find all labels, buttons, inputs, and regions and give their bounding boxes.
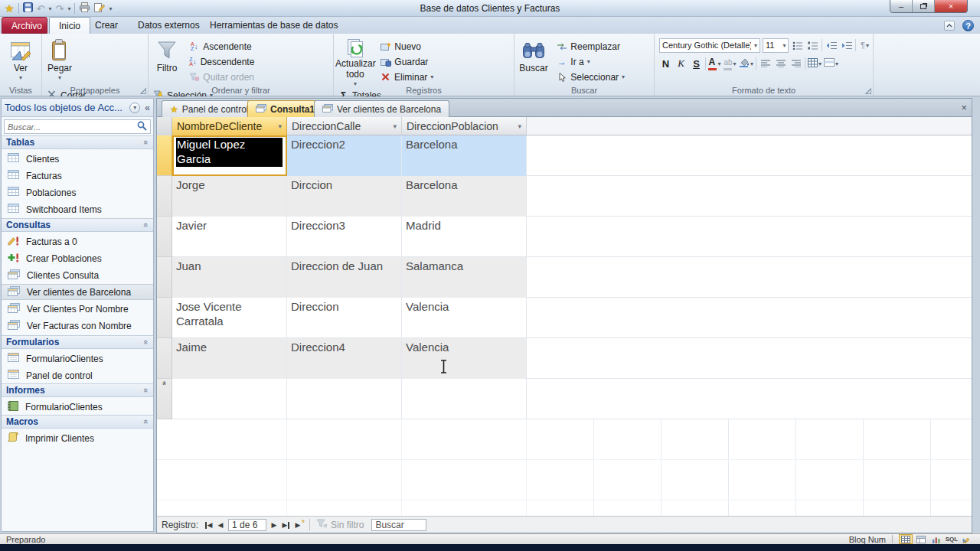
- cell[interactable]: Direccion3: [287, 217, 402, 257]
- sql-view-button[interactable]: SQL: [945, 534, 959, 544]
- font-size-combo[interactable]: 11 ▾: [763, 38, 789, 53]
- doc-tab-consulta1[interactable]: Consulta1: [247, 100, 323, 117]
- cell[interactable]: Barcelona: [402, 176, 527, 217]
- tab-inicio[interactable]: Inicio: [49, 17, 90, 34]
- cell[interactable]: Jaime: [172, 338, 287, 379]
- cell[interactable]: Miguel Lopez Garcia: [172, 135, 287, 176]
- eliminar-button[interactable]: Eliminar ▾: [377, 70, 436, 84]
- row-selector[interactable]: [157, 217, 172, 257]
- nav-item-crear-poblaciones[interactable]: Crear Poblaciones: [2, 250, 153, 266]
- quitar-orden-button[interactable]: Quitar orden: [186, 70, 256, 84]
- doc-tab-ver-clientes-barcelona[interactable]: Ver clientes de Barcelona: [314, 100, 449, 117]
- cell[interactable]: Salamanca: [402, 257, 527, 298]
- help-icon[interactable]: ?: [962, 20, 974, 31]
- pegar-button[interactable]: Pegar ▾: [44, 36, 76, 85]
- column-header-direccionpoblacion[interactable]: DireccionPoblacion ▾: [402, 117, 527, 135]
- column-dropdown-icon[interactable]: ▾: [278, 122, 282, 130]
- close-document-icon[interactable]: ×: [961, 102, 967, 113]
- datasheet-view-button[interactable]: [899, 534, 913, 544]
- paragraph-marks-button[interactable]: ¶ ▾: [858, 38, 871, 52]
- record-search-input[interactable]: Buscar: [371, 519, 426, 531]
- record-position-box[interactable]: 1 de 6: [228, 519, 266, 531]
- nav-item-formulario-clientes[interactable]: FormularioClientes: [2, 350, 153, 367]
- portapapeles-dialog-launcher[interactable]: [140, 88, 146, 94]
- minimize-button[interactable]: –: [890, 0, 913, 12]
- descendente-button[interactable]: ZA↓ Descendente: [186, 54, 256, 69]
- row-selector[interactable]: [157, 338, 172, 379]
- actualizar-todo-button[interactable]: Actualizar todo ▾: [335, 36, 375, 85]
- nav-item-ver-clientes-por-nombre[interactable]: Ver Clientes Por Nombre: [2, 301, 153, 317]
- last-record-button[interactable]: ▶: [279, 519, 290, 531]
- align-right-button[interactable]: [789, 57, 802, 70]
- formato-dialog-launcher[interactable]: [865, 88, 871, 94]
- restore-button[interactable]: [913, 0, 935, 12]
- section-informes[interactable]: Informes «: [2, 383, 153, 397]
- row-selector[interactable]: [157, 257, 172, 298]
- nav-item-facturas-a-0[interactable]: Facturas a 0: [2, 233, 153, 249]
- nav-item-ver-facturas-con-nombre[interactable]: Ver Facturas con Nombre: [2, 318, 153, 334]
- nav-item-imprimir-clientes[interactable]: Imprimir Clientes: [2, 430, 153, 446]
- cell[interactable]: Madrid: [402, 217, 527, 257]
- highlight-button[interactable]: ab ▾: [724, 57, 737, 70]
- column-header-nombredecliente[interactable]: NombreDeCliente ▾: [172, 117, 287, 135]
- section-formularios[interactable]: Formularios «: [2, 335, 153, 349]
- row-selector[interactable]: [157, 176, 172, 217]
- fill-color-button[interactable]: ▾: [739, 57, 753, 70]
- cell[interactable]: Jorge: [172, 176, 287, 217]
- doc-tab-panel-de-control[interactable]: ★ Panel de control: [162, 100, 257, 117]
- section-macros[interactable]: Macros «: [2, 415, 153, 429]
- cell[interactable]: Dirccion: [287, 176, 402, 217]
- align-left-button[interactable]: [759, 57, 772, 70]
- ir-a-button[interactable]: → Ir a ▾: [554, 54, 638, 69]
- cell[interactable]: Direccion de Juan: [287, 257, 402, 298]
- close-button[interactable]: ×: [935, 0, 967, 12]
- underline-button[interactable]: S: [690, 57, 703, 70]
- font-color-button[interactable]: A ▾: [708, 57, 721, 70]
- nav-item-poblaciones[interactable]: Poblaciones: [2, 184, 153, 201]
- first-record-button[interactable]: ◀: [204, 519, 215, 531]
- guardar-button[interactable]: Guardar: [377, 54, 436, 69]
- tab-datos-externos[interactable]: Datos externos: [129, 17, 209, 34]
- cell[interactable]: Direccion4: [287, 338, 402, 379]
- nav-item-facturas[interactable]: Facturas: [2, 168, 153, 184]
- nav-pane-header[interactable]: Todos los objetos de Acc... ▾ «: [2, 99, 153, 117]
- search-icon[interactable]: [137, 121, 147, 133]
- font-name-combo[interactable]: Century Gothic (Detalle) ▾: [659, 38, 760, 53]
- nav-item-switchboard[interactable]: Switchboard Items: [2, 201, 153, 217]
- tab-archivo[interactable]: Archivo: [2, 17, 47, 34]
- gridlines-button[interactable]: ▾: [808, 57, 822, 70]
- ver-button[interactable]: Ver ▾: [2, 36, 40, 85]
- filter-status-icon[interactable]: [316, 519, 328, 530]
- ascendente-button[interactable]: AZ↓ Ascendente: [186, 39, 256, 54]
- seleccionar-button[interactable]: Seleccionar ▾: [554, 70, 638, 84]
- align-center-button[interactable]: [774, 57, 787, 70]
- column-dropdown-icon[interactable]: ▾: [518, 122, 521, 130]
- row-selector[interactable]: [157, 298, 172, 338]
- new-record-selector[interactable]: *: [157, 379, 172, 419]
- column-header-direccioncalle[interactable]: DireccionCalle ▾: [287, 117, 402, 135]
- decrease-indent-button[interactable]: [825, 38, 838, 52]
- pivottable-view-button[interactable]: [914, 534, 928, 544]
- cell[interactable]: [172, 379, 287, 419]
- nav-item-panel-de-control[interactable]: Panel de control: [2, 367, 153, 383]
- new-record-button[interactable]: ▶*: [292, 519, 303, 531]
- cell[interactable]: Barcelona: [402, 135, 527, 176]
- nav-menu-icon[interactable]: ▾: [129, 103, 140, 113]
- cell[interactable]: Juan: [172, 257, 287, 298]
- bold-button[interactable]: N: [659, 57, 672, 70]
- cell[interactable]: Jose Vicente Carratala: [172, 298, 287, 338]
- select-all-corner[interactable]: [157, 117, 172, 135]
- section-tablas[interactable]: Tablas «: [2, 135, 153, 149]
- bullets-button[interactable]: [791, 38, 804, 52]
- cell[interactable]: Valencia: [402, 298, 527, 338]
- nav-search-input[interactable]: Buscar...: [4, 119, 151, 134]
- nav-item-ver-clientes-barcelona[interactable]: Ver clientes de Barcelona: [2, 284, 153, 300]
- section-consultas[interactable]: Consultas «: [2, 218, 153, 232]
- row-selector[interactable]: [157, 135, 172, 176]
- reemplazar-button[interactable]: Reemplazar: [554, 39, 638, 54]
- tab-crear[interactable]: Crear: [86, 17, 127, 34]
- nav-item-informe-formulario-clientes[interactable]: FormularioClientes: [2, 399, 153, 415]
- pivotchart-view-button[interactable]: [929, 534, 943, 544]
- cell[interactable]: Javier: [172, 217, 287, 257]
- cell[interactable]: Direccion2: [287, 135, 402, 176]
